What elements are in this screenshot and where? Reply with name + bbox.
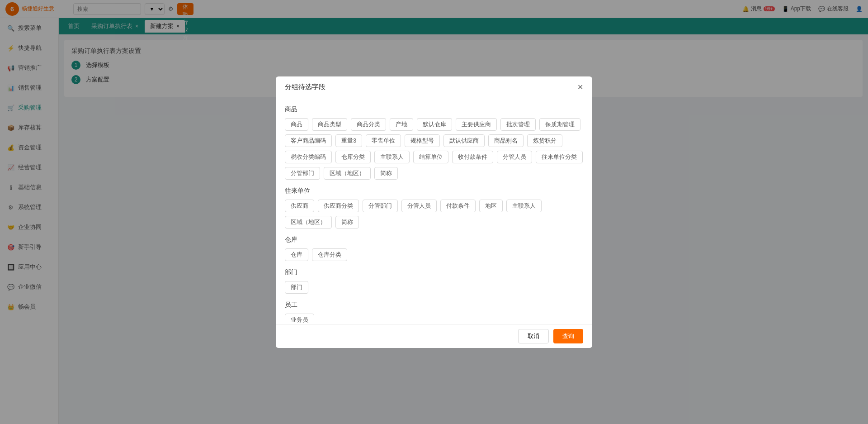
field-tag-product-24[interactable]: 简称 bbox=[374, 167, 398, 180]
field-tag-partner-1[interactable]: 供应商分类 bbox=[318, 200, 359, 212]
modal-body[interactable]: 商品商品商品类型商品分类产地默认仓库主要供应商批次管理保质期管理客户商品编码重量… bbox=[276, 98, 592, 324]
field-tag-partner-8[interactable]: 简称 bbox=[335, 216, 359, 229]
field-tag-product-18[interactable]: 结算单位 bbox=[413, 151, 448, 163]
field-tag-partner-7[interactable]: 区域（地区） bbox=[285, 216, 332, 229]
field-tag-partner-2[interactable]: 分管部门 bbox=[363, 200, 398, 212]
field-tag-partner-6[interactable]: 主联系人 bbox=[506, 200, 542, 212]
field-tag-partner-5[interactable]: 地区 bbox=[479, 200, 503, 212]
field-tag-product-1[interactable]: 商品类型 bbox=[312, 118, 347, 131]
field-tag-product-6[interactable]: 批次管理 bbox=[500, 118, 536, 131]
field-grid-partner: 供应商供应商分类分管部门分管人员付款条件地区主联系人区域（地区）简称 bbox=[285, 200, 583, 229]
modal-overlay: 分组待选字段 ✕ 商品商品商品类型商品分类产地默认仓库主要供应商批次管理保质期管… bbox=[0, 0, 868, 424]
field-tag-product-22[interactable]: 分管部门 bbox=[285, 167, 320, 180]
field-tag-product-13[interactable]: 商品别名 bbox=[488, 134, 524, 147]
field-tag-warehouse-1[interactable]: 仓库分类 bbox=[312, 248, 347, 261]
field-tag-employee-0[interactable]: 业务员 bbox=[285, 314, 314, 324]
field-grid-employee: 业务员 bbox=[285, 314, 583, 324]
modal-dialog: 分组待选字段 ✕ 商品商品商品类型商品分类产地默认仓库主要供应商批次管理保质期管… bbox=[276, 76, 592, 348]
field-tag-product-9[interactable]: 重量3 bbox=[335, 134, 362, 147]
field-tag-partner-4[interactable]: 付款条件 bbox=[440, 200, 476, 212]
modal-header: 分组待选字段 ✕ bbox=[276, 76, 592, 98]
field-tag-product-21[interactable]: 往来单位分类 bbox=[536, 151, 583, 163]
field-tag-department-0[interactable]: 部门 bbox=[285, 281, 308, 294]
field-tag-product-0[interactable]: 商品 bbox=[285, 118, 308, 131]
field-tag-product-12[interactable]: 默认供应商 bbox=[443, 134, 485, 147]
modal-footer: 取消 查询 bbox=[276, 324, 592, 348]
field-tag-product-5[interactable]: 主要供应商 bbox=[456, 118, 497, 131]
field-tag-product-11[interactable]: 规格型号 bbox=[405, 134, 440, 147]
field-tag-product-15[interactable]: 税收分类编码 bbox=[285, 151, 332, 163]
section-title-department: 部门 bbox=[285, 268, 583, 276]
field-tag-product-4[interactable]: 默认仓库 bbox=[417, 118, 452, 131]
field-tag-product-23[interactable]: 区域（地区） bbox=[324, 167, 371, 180]
field-tag-product-16[interactable]: 仓库分类 bbox=[335, 151, 371, 163]
field-tag-partner-3[interactable]: 分管人员 bbox=[401, 200, 437, 212]
section-title-partner: 往来单位 bbox=[285, 187, 583, 195]
field-tag-product-7[interactable]: 保质期管理 bbox=[539, 118, 580, 131]
field-tag-product-19[interactable]: 收付款条件 bbox=[452, 151, 493, 163]
modal-title: 分组待选字段 bbox=[285, 83, 326, 91]
field-tag-product-2[interactable]: 商品分类 bbox=[351, 118, 386, 131]
field-tag-product-8[interactable]: 客户商品编码 bbox=[285, 134, 332, 147]
field-grid-warehouse: 仓库仓库分类 bbox=[285, 248, 583, 261]
cancel-button[interactable]: 取消 bbox=[518, 329, 549, 343]
field-grid-department: 部门 bbox=[285, 281, 583, 294]
field-tag-warehouse-0[interactable]: 仓库 bbox=[285, 248, 308, 261]
field-tag-product-10[interactable]: 零售单位 bbox=[366, 134, 401, 147]
field-tag-partner-0[interactable]: 供应商 bbox=[285, 200, 314, 212]
section-title-product: 商品 bbox=[285, 105, 583, 114]
field-tag-product-14[interactable]: 炼货积分 bbox=[527, 134, 562, 147]
field-tag-product-20[interactable]: 分管人员 bbox=[497, 151, 532, 163]
field-tag-product-17[interactable]: 主联系人 bbox=[374, 151, 410, 163]
section-title-employee: 员工 bbox=[285, 301, 583, 309]
section-title-warehouse: 仓库 bbox=[285, 236, 583, 244]
field-tag-product-3[interactable]: 产地 bbox=[390, 118, 413, 131]
field-grid-product: 商品商品类型商品分类产地默认仓库主要供应商批次管理保质期管理客户商品编码重量3零… bbox=[285, 118, 583, 180]
confirm-button[interactable]: 查询 bbox=[553, 329, 583, 343]
modal-close-button[interactable]: ✕ bbox=[577, 83, 583, 91]
